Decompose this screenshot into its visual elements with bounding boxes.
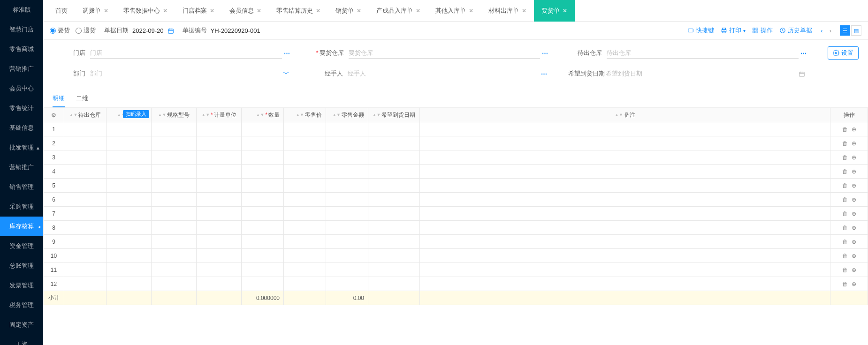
cell-price[interactable] bbox=[284, 235, 326, 249]
dept-chevron-down-icon[interactable]: ﹀ bbox=[282, 70, 291, 78]
cell-expect[interactable] bbox=[368, 249, 420, 263]
cell-spec[interactable] bbox=[152, 193, 197, 207]
close-icon[interactable]: ✕ bbox=[257, 8, 261, 14]
tab-7[interactable]: 产成品入库单✕ bbox=[369, 0, 428, 22]
sidebar-item-9[interactable]: 销售管理 bbox=[0, 177, 43, 197]
cell-amount[interactable] bbox=[326, 277, 368, 291]
cell-spec[interactable] bbox=[152, 207, 197, 221]
cell-unit[interactable] bbox=[197, 235, 242, 249]
tab-2[interactable]: 零售数据中心✕ bbox=[116, 0, 175, 22]
sidebar-item-12[interactable]: 资金管理 bbox=[0, 236, 43, 256]
row-delete-icon[interactable]: 🗑 bbox=[842, 140, 848, 147]
gear-icon[interactable]: ⚙ bbox=[51, 112, 56, 119]
cell-product[interactable] bbox=[107, 207, 152, 221]
close-icon[interactable]: ✕ bbox=[357, 8, 361, 14]
history-action[interactable]: 历史单据 bbox=[779, 26, 812, 35]
cell-product[interactable] bbox=[107, 179, 152, 193]
expect-calendar-icon[interactable] bbox=[797, 70, 807, 77]
tab-3[interactable]: 门店档案✕ bbox=[175, 0, 222, 22]
cell-remark[interactable] bbox=[420, 193, 830, 207]
cell-spec[interactable] bbox=[152, 277, 197, 291]
out-wh-more-icon[interactable]: ⋯ bbox=[799, 50, 809, 57]
cell-qty[interactable] bbox=[242, 235, 284, 249]
cell-product[interactable] bbox=[107, 221, 152, 235]
cell-qty[interactable] bbox=[242, 249, 284, 263]
row-add-icon[interactable]: ⊕ bbox=[852, 182, 856, 189]
cell-expect[interactable] bbox=[368, 235, 420, 249]
cell-expect[interactable] bbox=[368, 165, 420, 179]
settings-button[interactable]: 设置 bbox=[828, 46, 859, 60]
table-row[interactable]: 8🗑⊕ bbox=[44, 221, 868, 235]
sort-icon[interactable]: ▲▼ bbox=[158, 114, 167, 116]
cell-unit[interactable] bbox=[197, 136, 242, 150]
row-add-icon[interactable]: ⊕ bbox=[852, 154, 856, 161]
tab-10[interactable]: 要货单✕ bbox=[534, 0, 575, 22]
row-add-icon[interactable]: ⊕ bbox=[852, 281, 856, 287]
cell-qty[interactable] bbox=[242, 136, 284, 150]
row-add-icon[interactable]: ⊕ bbox=[852, 253, 856, 259]
cell-remark[interactable] bbox=[420, 179, 830, 193]
close-icon[interactable]: ✕ bbox=[469, 8, 473, 14]
cell-product[interactable] bbox=[107, 150, 152, 165]
table-row[interactable]: 10🗑⊕ bbox=[44, 249, 868, 263]
cell-expect[interactable] bbox=[368, 221, 420, 235]
cell-out-wh[interactable] bbox=[64, 249, 107, 263]
sidebar-item-5[interactable]: 零售统计 bbox=[0, 98, 43, 118]
close-icon[interactable]: ✕ bbox=[522, 8, 526, 14]
calendar-icon[interactable] bbox=[168, 27, 174, 34]
sort-icon[interactable]: ▲▼ bbox=[296, 114, 304, 116]
cell-amount[interactable] bbox=[326, 249, 368, 263]
cell-out-wh[interactable] bbox=[64, 221, 107, 235]
row-add-icon[interactable]: ⊕ bbox=[852, 225, 856, 231]
table-row[interactable]: 1🗑⊕ bbox=[44, 122, 868, 136]
table-row[interactable]: 3🗑⊕ bbox=[44, 150, 868, 165]
cell-price[interactable] bbox=[284, 263, 326, 277]
req-wh-more-icon[interactable]: ⋯ bbox=[540, 50, 550, 57]
radio-require-input[interactable] bbox=[50, 28, 56, 34]
row-delete-icon[interactable]: 🗑 bbox=[842, 267, 848, 273]
cell-amount[interactable] bbox=[326, 150, 368, 165]
sort-icon[interactable]: ▲▼ bbox=[615, 114, 623, 116]
cell-unit[interactable] bbox=[197, 249, 242, 263]
close-icon[interactable]: ✕ bbox=[104, 8, 108, 14]
sidebar-item-0[interactable]: 标准版 bbox=[0, 0, 43, 20]
cell-expect[interactable] bbox=[368, 207, 420, 221]
row-add-icon[interactable]: ⊕ bbox=[852, 140, 856, 147]
cell-amount[interactable] bbox=[326, 207, 368, 221]
cell-price[interactable] bbox=[284, 221, 326, 235]
cell-product[interactable] bbox=[107, 122, 152, 136]
cell-out-wh[interactable] bbox=[64, 277, 107, 291]
cell-price[interactable] bbox=[284, 122, 326, 136]
sort-icon[interactable]: ▲▼ bbox=[332, 114, 341, 116]
tab-4[interactable]: 会员信息✕ bbox=[222, 0, 269, 22]
tab-6[interactable]: 销货单✕ bbox=[328, 0, 369, 22]
view-grid-button[interactable]: ▤ bbox=[851, 25, 861, 36]
table-row[interactable]: 11🗑⊕ bbox=[44, 263, 868, 277]
cell-qty[interactable] bbox=[242, 277, 284, 291]
pager-prev[interactable]: ‹ bbox=[819, 26, 824, 35]
cell-remark[interactable] bbox=[420, 263, 830, 277]
row-delete-icon[interactable]: 🗑 bbox=[842, 210, 848, 217]
cell-out-wh[interactable] bbox=[64, 263, 107, 277]
cell-expect[interactable] bbox=[368, 122, 420, 136]
cell-out-wh[interactable] bbox=[64, 235, 107, 249]
cell-out-wh[interactable] bbox=[64, 207, 107, 221]
cell-amount[interactable] bbox=[326, 165, 368, 179]
cell-unit[interactable] bbox=[197, 277, 242, 291]
cell-expect[interactable] bbox=[368, 277, 420, 291]
cell-expect[interactable] bbox=[368, 193, 420, 207]
subtab-detail[interactable]: 明细 bbox=[53, 90, 65, 107]
row-add-icon[interactable]: ⊕ bbox=[852, 168, 856, 175]
cell-spec[interactable] bbox=[152, 249, 197, 263]
doc-date-value[interactable]: 2022-09-20 bbox=[132, 27, 164, 34]
tab-8[interactable]: 其他入库单✕ bbox=[428, 0, 481, 22]
table-row[interactable]: 5🗑⊕ bbox=[44, 179, 868, 193]
subtab-2d[interactable]: 二维 bbox=[76, 90, 88, 107]
scan-badge[interactable]: 扫码录入 bbox=[123, 110, 149, 118]
cell-price[interactable] bbox=[284, 207, 326, 221]
cell-remark[interactable] bbox=[420, 249, 830, 263]
radio-require[interactable]: 要货 bbox=[50, 26, 70, 35]
sidebar-item-4[interactable]: 会员中心 bbox=[0, 79, 43, 98]
sidebar-item-6[interactable]: 基础信息 bbox=[0, 118, 43, 138]
dept-input[interactable] bbox=[90, 68, 282, 79]
